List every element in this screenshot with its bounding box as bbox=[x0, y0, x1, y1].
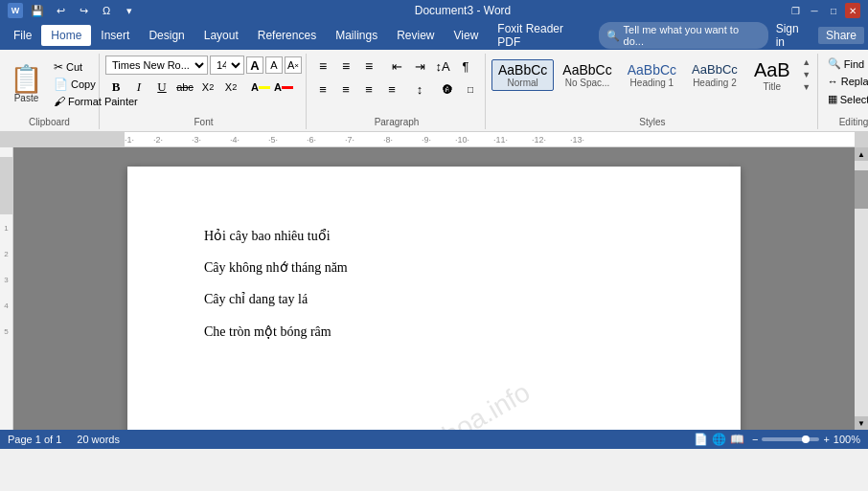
menu-layout[interactable]: Layout bbox=[194, 25, 248, 46]
zoom-bar: − + 100% bbox=[752, 434, 860, 445]
clear-format-btn[interactable]: A× bbox=[285, 56, 302, 74]
scroll-down-btn[interactable]: ▼ bbox=[855, 416, 868, 430]
font-name-select[interactable]: Times New Ro... bbox=[105, 56, 208, 75]
text-highlight-button[interactable]: A bbox=[250, 77, 271, 98]
scroll-track[interactable] bbox=[855, 161, 868, 416]
menu-file[interactable]: File bbox=[4, 25, 41, 46]
maximize-btn[interactable]: □ bbox=[826, 3, 841, 18]
editing-group-label: Editing bbox=[824, 115, 868, 127]
title-bar: W 💾 ↩ ↪ Ω ▾ Document3 - Word ❐ ─ □ ✕ bbox=[0, 0, 868, 21]
menu-mailings[interactable]: Mailings bbox=[326, 25, 387, 46]
style-normal-btn[interactable]: AaBbCc Normal bbox=[491, 59, 554, 92]
quick-customize-btn[interactable]: ▾ bbox=[121, 2, 138, 19]
view-read-icon[interactable]: 📖 bbox=[730, 433, 744, 446]
shading-btn[interactable]: 🅐 bbox=[437, 78, 458, 100]
horizontal-ruler: ·1· ·2· ·3· ·4· ·5· ·6· ·7· ·8· ·9· ·10·… bbox=[0, 132, 868, 147]
quick-redo-btn[interactable]: ↪ bbox=[75, 2, 92, 19]
styles-expand-btn[interactable]: ▼ bbox=[802, 83, 811, 92]
document-page[interactable]: sachgiaokhoa.info Hỏi cây bao nhiêu tuổi… bbox=[127, 167, 741, 430]
menu-review[interactable]: Review bbox=[387, 25, 444, 46]
align-left-btn[interactable]: ≡ bbox=[312, 78, 333, 100]
menu-home[interactable]: Home bbox=[41, 25, 91, 46]
replace-button[interactable]: ↔ Replace bbox=[824, 74, 868, 89]
zoom-slider[interactable] bbox=[762, 437, 819, 441]
menu-foxit[interactable]: Foxit Reader PDF bbox=[488, 18, 598, 53]
style-nospace-preview: AaBbCc bbox=[562, 62, 611, 78]
share-btn[interactable]: Share bbox=[818, 27, 864, 44]
styles-scroll-up-btn[interactable]: ▲ bbox=[802, 58, 811, 67]
underline-button[interactable]: U bbox=[151, 77, 172, 98]
minimize-btn[interactable]: ─ bbox=[807, 3, 822, 18]
style-nospace-btn[interactable]: AaBbCc No Spac... bbox=[556, 59, 618, 92]
superscript-button[interactable]: X2 bbox=[220, 77, 241, 98]
view-print-icon[interactable]: 📄 bbox=[694, 433, 708, 446]
show-hide-btn[interactable]: ¶ bbox=[455, 56, 476, 77]
para-row2: ≡ ≡ ≡ ≡ ↕ 🅐 □ bbox=[312, 78, 481, 100]
justify-btn[interactable]: ≡ bbox=[381, 78, 402, 100]
zoom-plus-btn[interactable]: + bbox=[823, 434, 829, 445]
search-box[interactable]: 🔍 Tell me what you want to do... bbox=[599, 22, 768, 49]
select-icon: ▦ bbox=[828, 93, 837, 105]
find-button[interactable]: 🔍 Find bbox=[824, 56, 868, 72]
select-label: Select bbox=[840, 94, 868, 105]
find-icon: 🔍 bbox=[828, 57, 841, 70]
style-heading1-preview: AaBbCc bbox=[628, 62, 676, 78]
line-2: Cây không nhớ tháng năm bbox=[204, 256, 683, 279]
subscript-button[interactable]: X2 bbox=[197, 77, 218, 98]
paste-button[interactable]: 📋 Paste bbox=[6, 56, 47, 113]
editing-group: 🔍 Find ↔ Replace ▦ Select ▾ Editing bbox=[820, 54, 868, 129]
borders-btn[interactable]: □ bbox=[460, 78, 481, 100]
text-color-button[interactable]: A bbox=[273, 77, 294, 98]
restore-btn[interactable]: ❐ bbox=[788, 3, 803, 18]
style-heading1-btn[interactable]: AaBbCc Heading 1 bbox=[621, 59, 683, 92]
strikethrough-button[interactable]: abc bbox=[174, 77, 195, 98]
increase-indent-btn[interactable]: ⇥ bbox=[409, 56, 430, 77]
clipboard-group-label: Clipboard bbox=[6, 115, 93, 127]
close-btn[interactable]: ✕ bbox=[845, 3, 860, 18]
zoom-thumb[interactable] bbox=[802, 435, 810, 443]
styles-scroll-down-btn[interactable]: ▼ bbox=[802, 71, 811, 79]
select-button[interactable]: ▦ Select ▾ bbox=[824, 91, 868, 107]
menu-design[interactable]: Design bbox=[139, 25, 194, 46]
decrease-indent-btn[interactable]: ⇤ bbox=[386, 56, 407, 77]
menu-insert[interactable]: Insert bbox=[91, 25, 139, 46]
zoom-minus-btn[interactable]: − bbox=[752, 434, 758, 445]
bullets-button[interactable]: ≡ bbox=[312, 56, 333, 77]
bold-button[interactable]: B bbox=[105, 77, 126, 98]
view-web-icon[interactable]: 🌐 bbox=[712, 433, 726, 446]
menu-references[interactable]: References bbox=[248, 25, 326, 46]
quick-save-btn[interactable]: 💾 bbox=[29, 2, 46, 19]
multilevel-button[interactable]: ≡ bbox=[358, 56, 379, 77]
paste-label: Paste bbox=[14, 93, 39, 103]
font-shrink-btn[interactable]: A bbox=[265, 56, 283, 74]
font-row1: Times New Ro... 14 A A A× bbox=[105, 56, 302, 75]
italic-button[interactable]: I bbox=[128, 77, 149, 98]
sign-in-btn[interactable]: Sign in bbox=[776, 22, 811, 49]
clipboard-group: 📋 Paste ✂ Cut 📄 Copy 🖌 Format Painter Cl… bbox=[4, 54, 100, 129]
font-size-select[interactable]: 14 bbox=[210, 56, 244, 75]
style-heading2-preview: AaBbCc bbox=[692, 62, 738, 78]
vertical-scrollbar[interactable]: ▲ ▼ bbox=[855, 147, 868, 430]
scroll-thumb[interactable] bbox=[855, 170, 868, 209]
quick-omega-btn[interactable]: Ω bbox=[98, 2, 115, 19]
menu-right: 🔍 Tell me what you want to do... Sign in… bbox=[599, 22, 864, 49]
font-grow-btn[interactable]: A bbox=[246, 56, 263, 74]
page-container: sachgiaokhoa.info Hỏi cây bao nhiêu tuổi… bbox=[13, 147, 855, 430]
line-1: Hỏi cây bao nhiêu tuổi bbox=[204, 224, 683, 248]
style-title-preview: AaB bbox=[754, 58, 790, 81]
menu-view[interactable]: View bbox=[445, 25, 489, 46]
align-center-btn[interactable]: ≡ bbox=[335, 78, 356, 100]
quick-undo-btn[interactable]: ↩ bbox=[52, 2, 69, 19]
line-3: Cây chỉ dang tay lá bbox=[204, 287, 683, 311]
numbering-button[interactable]: ≡ bbox=[335, 56, 356, 77]
line-spacing-btn[interactable]: ↕ bbox=[409, 78, 430, 100]
scroll-up-btn[interactable]: ▲ bbox=[855, 147, 868, 161]
style-title-btn[interactable]: AaB Title bbox=[746, 56, 798, 95]
align-right-btn[interactable]: ≡ bbox=[358, 78, 379, 100]
style-heading2-btn[interactable]: AaBbCc Heading 2 bbox=[685, 59, 744, 91]
page-content: Hỏi cây bao nhiêu tuổi Cây không nhớ thá… bbox=[204, 224, 683, 344]
format-painter-icon: 🖌 bbox=[54, 95, 65, 108]
font-group-label: Font bbox=[105, 115, 302, 127]
styles-group: AaBbCc Normal AaBbCc No Spac... AaBbCc H… bbox=[488, 54, 818, 129]
sort-btn[interactable]: ↕A bbox=[432, 56, 453, 77]
